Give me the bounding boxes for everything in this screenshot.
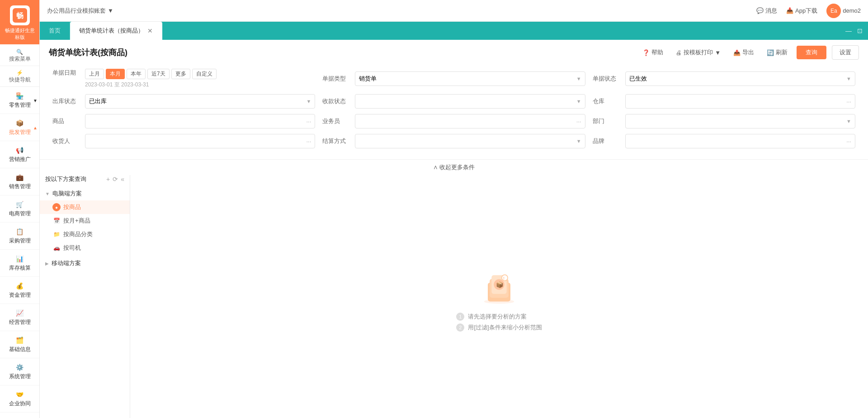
wholesale-icon: 📦 (15, 119, 24, 128)
industry-name: 办公用品行业模拟账套 (47, 7, 106, 15)
industry-selector[interactable]: 办公用品行业模拟账套 ▼ (47, 7, 113, 15)
sidebar-item-retail[interactable]: 🏪 零售管理 ▼ (0, 87, 39, 114)
date-btn-thisyear[interactable]: 本年 (127, 69, 146, 79)
sidebar-item-ecommerce[interactable]: 🛒 电商管理 (0, 195, 39, 223)
chevron-right-icon: ▼ (33, 98, 38, 103)
sidebar-item-label: 经营管理 (9, 318, 31, 326)
template-print-button[interactable]: 🖨 按模板打印 ▼ (672, 47, 724, 58)
tab-close-icon[interactable]: ✕ (147, 28, 153, 34)
header-left: 办公用品行业模拟账套 ▼ (47, 7, 113, 15)
brand-label: 品牌 (593, 137, 618, 145)
basic-icon: 🗂️ (15, 336, 24, 345)
settings-button[interactable]: 设置 (832, 45, 859, 60)
settlement-select[interactable]: ▼ (355, 134, 585, 148)
marketing-icon: 📢 (15, 146, 24, 155)
sidebar-item-enterprise[interactable]: 🤝 企业协同 (0, 385, 39, 413)
content-area: 销货单统计表(按商品) ❓ 帮助 🖨 按模板打印 ▼ 📤 导出 🔄 刷新 (40, 40, 868, 418)
svg-text:!: ! (503, 276, 504, 280)
warehouse-label: 仓库 (593, 97, 618, 105)
sidebar-item-procurement[interactable]: 📋 采购管理 (0, 223, 39, 250)
date-btn-custom[interactable]: 自定义 (192, 69, 217, 79)
tree-item-month-icon: 📅 (52, 217, 61, 225)
solution-refresh-icon[interactable]: ⟳ (113, 176, 118, 183)
empty-tip-2: 2 用[过滤]条件来缩小分析范围 (456, 323, 542, 332)
message-button[interactable]: 💬 消息 (756, 7, 777, 15)
tab-home-label: 首页 (49, 27, 61, 35)
minimize-icon[interactable]: — (845, 27, 852, 34)
salesperson-input[interactable]: ··· (355, 114, 585, 128)
sidebar-item-marketing[interactable]: 📢 营销推广 (0, 141, 39, 168)
goods-input[interactable]: ··· (85, 114, 315, 128)
date-btn-7days[interactable]: 近7天 (147, 69, 170, 79)
tab-home[interactable]: 首页 (40, 22, 70, 40)
help-button[interactable]: ❓ 帮助 (639, 47, 667, 58)
sidebar-item-basic[interactable]: 🗂️ 基础信息 (0, 331, 39, 358)
message-icon: 💬 (756, 7, 764, 14)
tree-item-by-month-goods[interactable]: 📅 按月+商品 (40, 214, 130, 228)
main-area: 办公用品行业模拟账套 ▼ 💬 消息 📥 App下载 Ea demo2 首页 销货… (40, 0, 868, 418)
tree-group-desktop-header[interactable]: ▼ 电脑端方案 (40, 187, 130, 200)
app-download-button[interactable]: 📥 App下载 (786, 7, 817, 15)
brand-input[interactable]: ··· (625, 134, 855, 148)
sidebar-item-wholesale[interactable]: 📦 批发管理 ▲ (0, 114, 39, 141)
chevron-up-icon: ▲ (33, 125, 38, 130)
export-button[interactable]: 📤 导出 (730, 47, 758, 58)
tab-report[interactable]: 销货单统计表（按商品） ✕ (70, 22, 162, 40)
solution-add-icon[interactable]: + (106, 176, 110, 183)
warehouse-input[interactable]: ··· (625, 94, 855, 109)
tree-group-desktop: ▼ 电脑端方案 ● 按商品 📅 按月+商品 📁 按商品分类 (40, 187, 130, 255)
maximize-icon[interactable]: ⊡ (857, 27, 863, 34)
receiver-picker-icon[interactable]: ··· (306, 138, 311, 145)
warehouse-picker-icon[interactable]: ··· (846, 98, 851, 105)
date-btn-more[interactable]: 更多 (171, 69, 190, 79)
dept-select[interactable]: ▼ (625, 114, 855, 128)
top-header: 办公用品行业模拟账套 ▼ 💬 消息 📥 App下载 Ea demo2 (40, 0, 868, 22)
solution-panel: 按以下方案查询 + ⟳ « ▼ 电脑端方案 ● 按商品 (40, 175, 130, 418)
refresh-button[interactable]: 🔄 刷新 (763, 47, 791, 58)
sidebar-item-operation[interactable]: 📈 经营管理 (0, 304, 39, 331)
salesperson-label: 业务员 (322, 117, 348, 125)
out-status-select[interactable]: 已出库 ▼ (85, 94, 315, 109)
sidebar-shortcut-nav[interactable]: ⚡ 快捷导航 (0, 66, 39, 87)
sidebar-item-label: 采购管理 (9, 237, 31, 245)
collapse-label: ∧ 收起更多条件 (433, 164, 475, 171)
dept-dropdown-icon: ▼ (846, 119, 851, 124)
sidebar-search-menu[interactable]: 🔍 搜索菜单 (0, 44, 39, 66)
tree-item-by-printer[interactable]: 🚗 按司机 (40, 241, 130, 255)
logo-icon: 畅 (10, 5, 30, 25)
user-menu[interactable]: Ea demo2 (826, 4, 861, 18)
sidebar-item-guide[interactable]: 🎯 新手引导 (0, 413, 39, 418)
date-btn-lastmonth[interactable]: 上月 (85, 69, 104, 79)
out-status-dropdown-icon: ▼ (306, 99, 311, 104)
sidebar-item-sales[interactable]: 💼 销售管理 (0, 168, 39, 195)
doc-status-select[interactable]: 已生效 ▼ (625, 71, 855, 86)
tab-spacer (162, 22, 840, 40)
tree-item-by-category[interactable]: 📁 按商品分类 (40, 228, 130, 241)
collapse-bar[interactable]: ∧ 收起更多条件 (40, 159, 868, 175)
window-controls: — ⊡ (840, 22, 868, 40)
procurement-icon: 📋 (15, 227, 24, 236)
tree-expand-icon: ▼ (45, 191, 50, 196)
svg-text:📦: 📦 (496, 281, 504, 289)
tree-group-mobile-header[interactable]: ▶ 移动端方案 (40, 256, 130, 270)
brand-picker-icon[interactable]: ··· (846, 138, 851, 145)
solution-collapse-icon[interactable]: « (121, 176, 124, 183)
salesperson-picker-icon[interactable]: ··· (576, 118, 581, 125)
receiver-input[interactable]: ··· (85, 134, 315, 148)
tree-item-by-category-label: 按商品分类 (63, 230, 93, 238)
sales-icon: 💼 (15, 173, 24, 182)
solution-title: 按以下方案查询 (45, 175, 86, 183)
doc-type-select[interactable]: 销货单 ▼ (355, 71, 585, 86)
sidebar-item-finance[interactable]: 💰 资金管理 (0, 277, 39, 304)
out-status-label: 出库状态 (52, 97, 78, 105)
download-icon: 📥 (786, 7, 793, 14)
collect-status-select[interactable]: ▼ (355, 94, 585, 109)
query-button[interactable]: 查询 (797, 46, 826, 59)
tree-item-by-goods[interactable]: ● 按商品 (40, 200, 130, 214)
date-btn-thismonth[interactable]: 本月 (106, 69, 125, 79)
date-range: 2023-03-01 至 2023-03-31 (85, 81, 315, 89)
sidebar-item-inventory[interactable]: 📊 库存核算 (0, 250, 39, 277)
sidebar-item-system[interactable]: ⚙️ 系统管理 (0, 358, 39, 385)
system-icon: ⚙️ (15, 363, 24, 372)
goods-picker-icon[interactable]: ··· (306, 118, 311, 125)
